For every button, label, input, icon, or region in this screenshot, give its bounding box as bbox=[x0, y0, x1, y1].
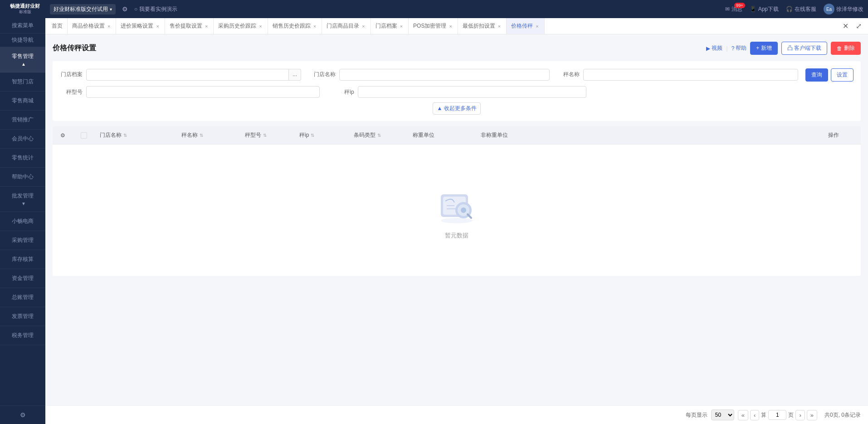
page-number-input[interactable] bbox=[768, 410, 786, 420]
scale-model-input[interactable] bbox=[86, 86, 320, 98]
tab-close-purchase-strategy[interactable]: × bbox=[155, 23, 160, 29]
sidebar-label-purchase: 采购管理 bbox=[12, 236, 34, 244]
avatar: Ea bbox=[824, 4, 834, 14]
sidebar-item-marketing[interactable]: 营销推广 bbox=[0, 111, 45, 130]
next-page-button[interactable]: › bbox=[795, 410, 805, 420]
search-form: 门店档案 ... 门店名称 秤名称 bbox=[53, 61, 861, 121]
add-button[interactable]: + 新增 bbox=[750, 42, 777, 55]
topbar-settings-icon[interactable]: ⚙ bbox=[120, 4, 130, 14]
store-name-input[interactable] bbox=[339, 69, 550, 81]
tab-price-setting[interactable]: 商品价格设置 × bbox=[68, 18, 116, 34]
tab-store-catalog[interactable]: 门店商品目录 × bbox=[322, 18, 371, 34]
tab-price-scale[interactable]: 价格传秤 × bbox=[507, 18, 544, 34]
scale-name-input[interactable] bbox=[583, 69, 798, 81]
prev-page-button[interactable]: ‹ bbox=[750, 410, 759, 420]
sidebar-item-smart-store[interactable]: 智慧门店 bbox=[0, 72, 45, 92]
empty-text: 暂元数据 bbox=[445, 231, 468, 240]
sidebar-label-retail: 零售管理 bbox=[12, 53, 34, 60]
sidebar-item-help[interactable]: 帮助中心 bbox=[0, 168, 45, 187]
tab-close-price-scale[interactable]: × bbox=[535, 23, 539, 29]
sidebar-item-finance[interactable]: 资金管理 bbox=[0, 269, 45, 288]
message-icon: ✉ bbox=[725, 6, 730, 12]
message-badge: 99+ bbox=[734, 3, 745, 8]
topbar-right: ✉ 消息 99+ 📱 App下载 🎧 在线客服 Ea 徐泽华修改 bbox=[725, 4, 863, 14]
tab-close-sale-history[interactable]: × bbox=[312, 23, 317, 29]
tab-sale-history[interactable]: 销售历史价跟踪 × bbox=[268, 18, 322, 34]
tab-close-pos-manage[interactable]: × bbox=[448, 23, 453, 29]
sidebar-search[interactable]: 搜索菜单 bbox=[0, 18, 45, 34]
tab-purchase-strategy[interactable]: 进价策略设置 × bbox=[116, 18, 165, 34]
app-download-area[interactable]: 📱 App下载 bbox=[750, 5, 779, 13]
page-size-select[interactable]: 10 20 50 100 bbox=[711, 410, 734, 420]
th-store-name[interactable]: 门店名称 ⇅ bbox=[95, 131, 177, 139]
tab-close-price-setting[interactable]: × bbox=[107, 23, 111, 29]
sidebar-item-purchase[interactable]: 采购管理 bbox=[0, 231, 45, 250]
th-barcode-type[interactable]: 条码类型 ⇅ bbox=[349, 131, 408, 139]
sort-icon-scale-name: ⇅ bbox=[200, 133, 203, 138]
version-selector[interactable]: 好业财标准版交付试用 ▾ bbox=[50, 4, 116, 14]
last-page-button[interactable]: » bbox=[807, 410, 817, 420]
online-service-area[interactable]: 🎧 在线客服 bbox=[786, 5, 816, 13]
tab-home[interactable]: 首页 bbox=[47, 18, 68, 34]
tab-purchase-history[interactable]: 采购历史价跟踪 × bbox=[214, 18, 268, 34]
user-name: 徐泽华修改 bbox=[836, 5, 863, 13]
store-profile-ellipsis-btn[interactable]: ... bbox=[289, 69, 301, 81]
th-model[interactable]: 秤型号 ⇅ bbox=[240, 131, 295, 139]
page-size-label: 每页显示 bbox=[686, 411, 707, 419]
svg-line-5 bbox=[468, 214, 471, 218]
help-link[interactable]: ? 帮助 bbox=[731, 44, 747, 52]
sidebar-arrow-retail: ▲ bbox=[21, 62, 26, 67]
tab-store-profile[interactable]: 门店档案 × bbox=[371, 18, 409, 34]
demo-button[interactable]: ○ 我要看实例演示 bbox=[134, 5, 177, 13]
sidebar-item-ledger[interactable]: 总账管理 bbox=[0, 288, 45, 307]
video-link[interactable]: ▶ 视频 bbox=[706, 44, 722, 52]
tab-close-purchase-history[interactable]: × bbox=[258, 23, 263, 29]
tab-close-store-profile[interactable]: × bbox=[399, 23, 404, 29]
page-header: 价格传秤设置 ▶ 视频 | ? 帮助 + 新增 凸 客户端下载 bbox=[53, 42, 861, 55]
sidebar-item-tax[interactable]: 税务管理 bbox=[0, 326, 45, 345]
user-area[interactable]: Ea 徐泽华修改 bbox=[824, 4, 863, 14]
th-scale-name[interactable]: 秤名称 ⇅ bbox=[177, 131, 240, 139]
tab-sale-price[interactable]: 售价提取设置 × bbox=[165, 18, 214, 34]
tab-close-min-discount[interactable]: × bbox=[497, 23, 502, 29]
tab-close-all-icon[interactable]: ✕ bbox=[840, 21, 851, 31]
message-icon-area[interactable]: ✉ 消息 99+ bbox=[725, 5, 742, 13]
store-profile-input-group: ... bbox=[86, 69, 301, 81]
scale-ip-input[interactable] bbox=[358, 86, 587, 98]
sidebar-label-help: 帮助中心 bbox=[12, 173, 34, 181]
sidebar-settings-icon[interactable]: ⚙ bbox=[0, 405, 45, 424]
settings-query-button[interactable]: 设置 bbox=[831, 68, 853, 82]
tab-close-sale-price[interactable]: × bbox=[204, 23, 209, 29]
sidebar-item-member[interactable]: 会员中心 bbox=[0, 130, 45, 149]
tab-min-discount[interactable]: 最低折扣设置 × bbox=[458, 18, 507, 34]
query-button[interactable]: 查询 bbox=[805, 68, 828, 82]
sidebar-item-inventory[interactable]: 库存核算 bbox=[0, 250, 45, 269]
th-non-weight-unit: 非称重单位 bbox=[476, 131, 806, 139]
sidebar-item-invoice[interactable]: 发票管理 bbox=[0, 307, 45, 326]
sidebar-quick-nav[interactable]: 快捷导航 bbox=[0, 34, 45, 47]
sort-icon-model: ⇅ bbox=[263, 133, 267, 138]
th-ip[interactable]: 秤ip ⇅ bbox=[295, 131, 349, 139]
sidebar-item-ecommerce[interactable]: 小畅电商 bbox=[0, 212, 45, 231]
table-header: ⚙ 门店名称 ⇅ 秤名称 ⇅ bbox=[53, 126, 861, 145]
sort-icon-store-name: ⇅ bbox=[123, 133, 127, 138]
th-check[interactable] bbox=[73, 132, 95, 139]
demo-label: 我要看实例演示 bbox=[139, 5, 177, 13]
delete-button[interactable]: 🗑 删除 bbox=[831, 42, 861, 55]
tab-close-store-catalog[interactable]: × bbox=[361, 23, 366, 29]
sidebar-item-retail-stats[interactable]: 零售统计 bbox=[0, 149, 45, 168]
collapse-button[interactable]: ▲ 收起更多条件 bbox=[433, 102, 480, 115]
scale-ip-label: 秤ip bbox=[327, 88, 354, 96]
tab-pos-manage[interactable]: POS加密管理 × bbox=[409, 18, 458, 34]
tab-expand-icon[interactable]: ⤢ bbox=[853, 21, 864, 31]
download-client-button[interactable]: 凸 客户端下载 bbox=[781, 42, 827, 55]
store-profile-input[interactable] bbox=[86, 69, 289, 81]
sidebar-label-finance: 资金管理 bbox=[12, 275, 34, 282]
sidebar-item-wholesale[interactable]: 批发管理 ▼ bbox=[0, 187, 45, 212]
th-settings[interactable]: ⚙ bbox=[53, 132, 73, 139]
first-page-button[interactable]: « bbox=[738, 410, 748, 420]
store-profile-label: 门店档案 bbox=[60, 71, 83, 78]
select-all-checkbox[interactable] bbox=[81, 132, 87, 139]
sidebar-item-retail-mall[interactable]: 零售商城 bbox=[0, 92, 45, 111]
sidebar-item-retail[interactable]: 零售管理 ▲ bbox=[0, 47, 45, 72]
